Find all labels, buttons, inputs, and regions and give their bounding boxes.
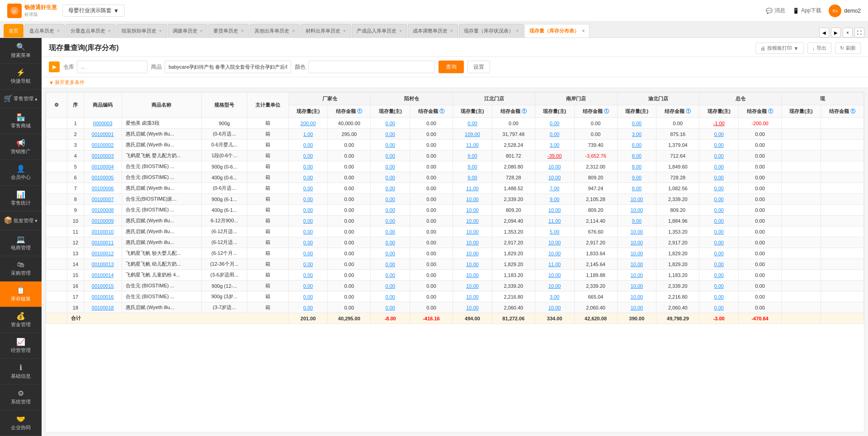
cell-w1-qty[interactable]: 0.00 <box>288 291 328 302</box>
sidebar-item-system[interactable]: ⚙ 系统管理 <box>0 384 42 410</box>
tab-8[interactable]: 产成品入库单历史 × <box>352 24 407 38</box>
cell-code[interactable]: 00100013 <box>84 259 122 270</box>
cell-w4-qty[interactable]: 10.00 <box>535 237 574 248</box>
cell-w4-qty[interactable]: 10.00 <box>535 205 574 216</box>
sidebar-item-search[interactable]: 🔍 搜索英单 <box>0 38 42 64</box>
cell-t-qty[interactable]: 0.00 <box>699 302 739 313</box>
cell-w2-qty[interactable]: 0.00 <box>371 161 410 172</box>
cell-w5-qty[interactable]: 8.00 <box>617 150 656 161</box>
search-btn[interactable]: 查询 <box>439 61 464 73</box>
cell-w2-qty[interactable]: 0.00 <box>371 150 410 161</box>
sidebar-item-finance[interactable]: 💰 资金管理 <box>0 307 42 333</box>
warehouse-input[interactable] <box>77 61 147 73</box>
tab-10[interactable]: 现存量（库存状况表） × <box>459 24 524 38</box>
cell-t-qty[interactable]: 0.00 <box>699 248 739 259</box>
cell-w5-qty[interactable]: 10.00 <box>617 248 656 259</box>
tab-9[interactable]: 成本调整单历史 × <box>408 24 458 38</box>
cell-w4-qty[interactable]: 5.00 <box>535 226 574 237</box>
expand-icon-btn[interactable]: ▶ <box>49 61 60 72</box>
goods-input[interactable] <box>165 61 291 73</box>
cell-w3-qty[interactable]: 10.00 <box>453 194 492 205</box>
cell-w1-qty[interactable]: 1.00 <box>288 129 328 140</box>
cell-w4-qty[interactable]: 7.00 <box>535 183 574 194</box>
cell-w1-qty[interactable]: 0.00 <box>288 302 328 313</box>
tab-3[interactable]: 组装拆卸单历史 × <box>117 24 167 38</box>
cell-w2-qty[interactable]: 0.00 <box>371 140 410 150</box>
cell-w5-qty[interactable]: 10.00 <box>617 270 656 281</box>
tab-close-11[interactable]: × <box>582 28 585 33</box>
cell-w3-qty[interactable]: 0.00 <box>453 118 492 129</box>
cell-w3-qty[interactable]: 10.00 <box>453 226 492 237</box>
sidebar-item-marketing[interactable]: 📢 营销推广 <box>0 134 42 160</box>
message-action[interactable]: 💬 消息 <box>766 7 785 14</box>
sidebar-item-basic[interactable]: ℹ 基础信息 <box>0 359 42 384</box>
tab-next-btn[interactable]: ▶ <box>831 28 841 38</box>
cell-w5-qty[interactable]: 10.00 <box>617 291 656 302</box>
cell-w3-qty[interactable]: 109.00 <box>453 129 492 140</box>
cell-w4-qty[interactable]: 10.00 <box>535 302 574 313</box>
cell-w4-qty[interactable]: 0.00 <box>535 129 574 140</box>
cell-t-qty[interactable]: 0.00 <box>699 194 739 205</box>
tab-6[interactable]: 其他出库单历史 × <box>250 24 300 38</box>
cell-w5-qty[interactable]: 9.00 <box>617 216 656 226</box>
cell-w3-qty[interactable]: 10.00 <box>453 270 492 281</box>
app-download-action[interactable]: 📱 App下载 <box>793 7 821 14</box>
cell-w2-qty[interactable]: 0.00 <box>371 216 410 226</box>
cell-w2-qty[interactable]: 0.00 <box>371 248 410 259</box>
cell-w5-qty[interactable]: 8.00 <box>617 183 656 194</box>
cell-w4-qty[interactable]: 10.00 <box>535 172 574 183</box>
cell-w1-qty[interactable]: 0.00 <box>288 216 328 226</box>
tab-5[interactable]: 要货单历史 × <box>208 24 249 38</box>
tab-11[interactable]: 现存量（库存分布表） × <box>524 24 590 38</box>
cell-w3-qty[interactable]: 10.00 <box>453 259 492 270</box>
tab-close-5[interactable]: × <box>241 28 244 33</box>
tab-prev-btn[interactable]: ◀ <box>819 28 829 38</box>
tab-4[interactable]: 调拨单历史 × <box>168 24 208 38</box>
cell-code[interactable]: 00100006 <box>84 183 122 194</box>
cell-w5-qty[interactable]: 10.00 <box>617 281 656 291</box>
cell-w1-qty[interactable]: 0.00 <box>288 248 328 259</box>
tab-expand-btn[interactable]: ⛶ <box>854 28 864 38</box>
cell-w5-qty[interactable]: 3.00 <box>617 129 656 140</box>
tab-2[interactable]: 分量盘点单历史 × <box>66 24 116 38</box>
cell-w5-qty[interactable]: 6.00 <box>617 140 656 150</box>
cell-w3-qty[interactable]: 10.00 <box>453 302 492 313</box>
sidebar-item-mall[interactable]: 🏪 零售商城 <box>0 108 42 134</box>
cell-w1-qty[interactable]: 0.00 <box>288 259 328 270</box>
cell-code[interactable]: 00100003 <box>84 150 122 161</box>
cell-t-qty[interactable]: 0.00 <box>699 281 739 291</box>
sidebar-item-member[interactable]: 👤 会员中心 <box>0 160 42 186</box>
tab-close-4[interactable]: × <box>200 28 203 33</box>
cell-w3-qty[interactable]: 11.00 <box>453 140 492 150</box>
cell-w1-qty[interactable]: 0.00 <box>288 172 328 183</box>
tab-home[interactable]: 首页 <box>4 24 24 38</box>
cell-t-qty[interactable]: 0.00 <box>699 129 739 140</box>
cell-w5-qty[interactable]: 10.00 <box>617 302 656 313</box>
sidebar-item-wholesale[interactable]: 📦 批发管理 ▼ <box>0 211 42 230</box>
cell-w4-qty[interactable]: 3.00 <box>535 291 574 302</box>
cell-w1-qty[interactable]: 0.00 <box>288 194 328 205</box>
cell-t-qty[interactable]: 0.00 <box>699 216 739 226</box>
cell-code[interactable]: 00100014 <box>84 270 122 281</box>
cell-w3-qty[interactable]: 9.00 <box>453 161 492 172</box>
sidebar-item-retail-stat[interactable]: 📊 零售统计 <box>0 186 42 211</box>
cell-code[interactable]: 00100015 <box>84 281 122 291</box>
cell-w4-qty[interactable]: 10.00 <box>535 248 574 259</box>
cell-w2-qty[interactable]: 0.00 <box>371 129 410 140</box>
cell-w3-qty[interactable]: 9.00 <box>453 172 492 183</box>
table-container[interactable]: ⚙ 序 商品编码 商品名称 规格型号 主计量单位 厂家仓 陌村仓 江北门店 南岸… <box>45 92 864 432</box>
cell-w3-qty[interactable]: 9.00 <box>453 150 492 161</box>
tab-close-3[interactable]: × <box>159 28 162 33</box>
cell-w3-qty[interactable]: 10.00 <box>453 281 492 291</box>
cell-code[interactable]: 0000003 <box>84 118 122 129</box>
cell-w1-qty[interactable]: 0.00 <box>288 281 328 291</box>
cell-w1-qty[interactable]: 0.00 <box>288 161 328 172</box>
cell-w3-qty[interactable]: 10.00 <box>453 205 492 216</box>
cell-t-qty[interactable]: 0.00 <box>699 183 739 194</box>
cell-w5-qty[interactable]: 10.00 <box>617 237 656 248</box>
sidebar-item-retail-manage[interactable]: 🛒 零售管理 ▲ <box>0 89 42 108</box>
sidebar-item-purchase[interactable]: 🛍 采购管理 <box>0 256 42 281</box>
cell-w2-qty[interactable]: 0.00 <box>371 226 410 237</box>
cell-t-qty[interactable]: 0.00 <box>699 140 739 150</box>
cell-t-qty[interactable]: 0.00 <box>699 205 739 216</box>
